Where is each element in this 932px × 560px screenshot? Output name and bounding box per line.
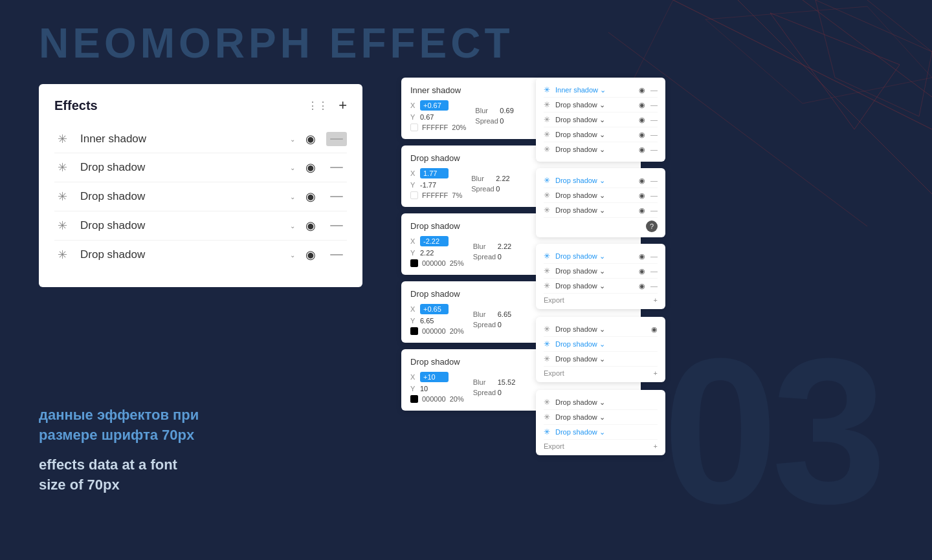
color-swatch-3[interactable] — [410, 327, 418, 335]
x-input-3[interactable]: +0.65 — [420, 304, 449, 314]
minus-bar-3 — [330, 225, 343, 226]
rp-eye-3-0[interactable]: ◉ — [651, 325, 658, 334]
color-hex-label-0: FFFFFF — [422, 124, 448, 131]
blur-spread-2: Blur 2.22 Spread 0 — [473, 242, 511, 261]
rp-eye-2-2[interactable]: ◉ — [639, 282, 645, 290]
eye-icon-1[interactable]: ◉ — [305, 160, 316, 175]
eye-icon-3[interactable]: ◉ — [305, 219, 316, 233]
rp-sun-3-0: ✳ — [544, 325, 550, 334]
rp-eye-0-1[interactable]: ◉ — [639, 101, 645, 109]
spread-val-1: 0 — [496, 185, 500, 193]
right-panel-row-2-1: ✳ Drop shadow ⌄ ◉ — — [544, 264, 658, 279]
export-row-2: Export + — [544, 294, 658, 304]
eye-icon-2[interactable]: ◉ — [305, 189, 316, 204]
color-swatch-2[interactable] — [410, 259, 418, 267]
effect-row-drop-shadow-4: ✳ Drop shadow ⌄ ◉ — [54, 241, 347, 269]
rp-minus-2-2[interactable]: — — [650, 282, 658, 290]
sun-icon-4: ✳ — [54, 248, 70, 262]
x-row-4: X +10 — [410, 372, 464, 382]
help-badge-1[interactable]: ? — [646, 221, 658, 232]
drag-icon[interactable]: ⋮⋮ — [307, 100, 328, 112]
right-panel-4: ✳ Drop shadow ⌄ ✳ Drop shadow ⌄ ✳ Drop s… — [536, 390, 665, 455]
y-input-0[interactable]: 0.67 — [420, 113, 434, 121]
eye-icon-0[interactable]: ◉ — [305, 132, 316, 146]
xy-group-4: X +10 Y 10 000000 20% — [410, 372, 464, 403]
rp-minus-2-1[interactable]: — — [650, 267, 658, 275]
add-effect-button[interactable]: + — [338, 97, 347, 114]
spread-val-3: 0 — [498, 321, 502, 328]
xy-group-2: X -2.22 Y 2.22 000000 25% — [410, 236, 464, 267]
rp-minus-1-2[interactable]: — — [650, 206, 658, 214]
color-swatch-0[interactable] — [410, 124, 418, 131]
rp-minus-1-0[interactable]: — — [650, 177, 658, 184]
rp-eye-1-0[interactable]: ◉ — [639, 177, 645, 185]
x-input-1[interactable]: 1.77 — [420, 168, 449, 178]
rp-sun-0-2: ✳ — [544, 115, 550, 124]
y-row-3: Y 6.65 — [410, 317, 464, 325]
svg-marker-7 — [816, 0, 932, 116]
rp-minus-0-4[interactable]: — — [650, 145, 658, 153]
sun-icon-0: ✳ — [54, 132, 70, 146]
minus-button-4[interactable] — [326, 247, 347, 263]
rp-eye-0-3[interactable]: ◉ — [639, 131, 645, 139]
xy-group-3: X +0.65 Y 6.65 000000 20% — [410, 304, 464, 335]
rp-minus-2-0[interactable]: — — [650, 252, 658, 260]
rp-label-3-0: Drop shadow ⌄ — [555, 325, 646, 334]
rp-label-2-1: Drop shadow ⌄ — [555, 267, 634, 275]
color-hex-label-1: FFFFFF — [422, 191, 448, 199]
y-label-1: Y — [410, 181, 417, 189]
color-row-2: 000000 25% — [410, 259, 464, 267]
rp-eye-2-0[interactable]: ◉ — [639, 252, 645, 261]
rp-eye-0-4[interactable]: ◉ — [639, 145, 645, 154]
rp-minus-0-1[interactable]: — — [650, 101, 658, 109]
minus-button-2[interactable] — [326, 189, 347, 204]
xy-group-0: X +0.67 Y 0.67 FFFFFF 20% — [410, 100, 466, 131]
rp-sun-3-2: ✳ — [544, 354, 550, 363]
blur-row-4: Blur 15.52 — [473, 378, 516, 386]
minus-button-1[interactable] — [326, 160, 347, 175]
rp-sun-2-1: ✳ — [544, 266, 550, 275]
rp-minus-0-0[interactable]: — — [650, 86, 658, 94]
export-add-4[interactable]: + — [654, 442, 658, 450]
blur-row-0: Blur 0.69 — [475, 107, 513, 114]
spread-row-1: Spread 0 — [471, 185, 509, 193]
color-opacity-3: 20% — [450, 327, 464, 335]
rp-eye-0-2[interactable]: ◉ — [639, 116, 645, 124]
y-input-3[interactable]: 6.65 — [420, 317, 434, 325]
rp-eye-1-1[interactable]: ◉ — [639, 191, 645, 200]
blur-val-1: 2.22 — [496, 175, 509, 182]
eye-icon-4[interactable]: ◉ — [305, 248, 316, 262]
rp-sun-0-0: ✳ — [544, 85, 550, 94]
blur-label-1: Blur — [471, 175, 492, 182]
export-add-3[interactable]: + — [654, 369, 658, 377]
x-row-1: X 1.77 — [410, 168, 462, 178]
y-input-1[interactable]: -1.77 — [420, 181, 436, 189]
effect-row-drop-shadow-2: ✳ Drop shadow ⌄ ◉ — [54, 182, 347, 211]
right-panel-row-2-2: ✳ Drop shadow ⌄ ◉ — — [544, 279, 658, 294]
rp-eye-1-2[interactable]: ◉ — [639, 206, 645, 215]
blur-row-3: Blur 6.65 — [473, 310, 511, 318]
y-input-4[interactable]: 10 — [420, 385, 428, 393]
minus-button-0[interactable] — [326, 132, 347, 146]
panel-title-1: Drop shadow — [410, 153, 460, 163]
rp-eye-0-0[interactable]: ◉ — [639, 86, 645, 94]
x-input-4[interactable]: +10 — [420, 372, 449, 382]
rp-minus-1-1[interactable]: — — [650, 191, 658, 199]
export-add-2[interactable]: + — [654, 296, 658, 304]
color-hex-label-2: 000000 — [422, 259, 446, 267]
x-input-2[interactable]: -2.22 — [420, 236, 449, 246]
color-swatch-4[interactable] — [410, 395, 418, 403]
spread-label-2: Spread — [473, 253, 494, 261]
color-swatch-1[interactable] — [410, 191, 418, 199]
rp-minus-0-2[interactable]: — — [650, 116, 658, 124]
minus-button-3[interactable] — [326, 218, 347, 233]
y-input-2[interactable]: 2.22 — [420, 249, 434, 257]
minus-bar-1 — [330, 167, 343, 168]
sun-icon-3: ✳ — [54, 219, 70, 233]
rp-minus-0-3[interactable]: — — [650, 131, 658, 138]
effect-label-drop-shadow-2: Drop shadow — [80, 190, 280, 203]
x-input-0[interactable]: +0.67 — [420, 100, 449, 111]
rp-eye-2-1[interactable]: ◉ — [639, 267, 645, 275]
y-label-4: Y — [410, 385, 417, 393]
rp-label-0-2: Drop shadow ⌄ — [555, 116, 634, 124]
